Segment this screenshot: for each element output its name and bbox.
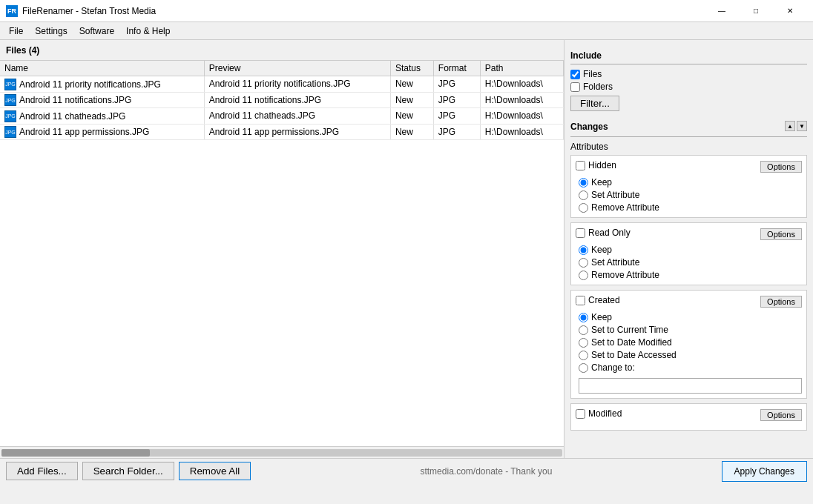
created-date-modified-radio[interactable]: [579, 338, 588, 348]
menu-info-help[interactable]: Info & Help: [120, 23, 176, 39]
cell-path: H:\Downloads\: [480, 92, 563, 108]
menu-file[interactable]: File: [3, 23, 29, 39]
readonly-checkbox[interactable]: [576, 228, 585, 238]
readonly-keep-row: Keep: [579, 245, 802, 255]
created-attribute-block: Created Options Keep Set to Current Time: [570, 290, 807, 399]
cell-status: New: [390, 108, 433, 125]
collapse-up-button[interactable]: ▲: [785, 121, 795, 131]
search-folder-button[interactable]: Search Folder...: [82, 462, 174, 480]
table-row[interactable]: JPG Android 11 chatheads.JPG Android 11 …: [0, 108, 564, 125]
cell-format: JPG: [433, 108, 480, 125]
window-controls: — □ ✕: [705, 0, 807, 22]
hidden-set-row: Set Attribute: [579, 190, 802, 200]
readonly-remove-row: Remove Attribute: [579, 270, 802, 280]
file-icon: JPG: [4, 126, 16, 138]
hidden-remove-radio[interactable]: [579, 203, 588, 213]
hidden-remove-label: Remove Attribute: [591, 202, 659, 213]
folders-checkbox[interactable]: [570, 82, 580, 92]
modified-label: Modified: [588, 408, 622, 419]
readonly-keep-label: Keep: [591, 245, 612, 255]
hidden-set-label: Set Attribute: [591, 190, 639, 200]
table-row[interactable]: JPG Android 11 priority notifications.JP…: [0, 76, 564, 93]
readonly-remove-radio[interactable]: [579, 271, 588, 280]
files-checkbox[interactable]: [570, 70, 580, 79]
menu-software[interactable]: Software: [73, 23, 120, 39]
hidden-set-radio[interactable]: [579, 190, 588, 200]
folders-label: Folders: [583, 82, 613, 92]
col-path: Path: [480, 61, 563, 76]
col-name: Name: [0, 61, 204, 76]
cell-preview: Android 11 notifications.JPG: [204, 92, 390, 108]
created-date-modified-label: Set to Date Modified: [591, 337, 672, 348]
cell-format: JPG: [433, 92, 480, 108]
cell-path: H:\Downloads\: [480, 76, 563, 93]
include-header: Include: [570, 50, 807, 61]
cell-format: JPG: [433, 124, 480, 140]
col-status: Status: [390, 61, 433, 76]
cell-preview: Android 11 priority notifications.JPG: [204, 76, 390, 93]
title-bar: FR FileRenamer - Stefan Trost Media — □ …: [0, 0, 813, 22]
collapse-controls: ▲ ▼: [785, 121, 807, 131]
created-current-radio[interactable]: [579, 325, 588, 335]
created-checkbox[interactable]: [576, 296, 585, 305]
table-row[interactable]: JPG Android 11 app permissions.JPG Andro…: [0, 124, 564, 140]
created-date-input[interactable]: 6/16/2020 4:50:17: [579, 378, 802, 394]
created-checkbox-row: Created: [576, 295, 620, 305]
filter-button[interactable]: Filter...: [570, 96, 619, 111]
horizontal-scrollbar[interactable]: [0, 446, 564, 458]
created-options-button[interactable]: Options: [760, 296, 802, 308]
hidden-keep-row: Keep: [579, 177, 802, 188]
hidden-remove-row: Remove Attribute: [579, 202, 802, 213]
table-row[interactable]: JPG Android 11 notifications.JPG Android…: [0, 92, 564, 108]
apply-changes-button[interactable]: Apply Changes: [722, 461, 807, 482]
cell-path: H:\Downloads\: [480, 124, 563, 140]
right-panel-content[interactable]: Include Files Folders Filter... Changes: [565, 40, 813, 458]
remove-all-button[interactable]: Remove All: [179, 462, 251, 480]
add-files-button[interactable]: Add Files...: [6, 462, 78, 480]
created-date-accessed-radio[interactable]: [579, 351, 588, 360]
files-count-label: Files (4): [6, 45, 39, 56]
status-right: Apply Changes: [722, 461, 807, 482]
files-label: Files: [583, 69, 602, 79]
maximize-button[interactable]: □: [739, 0, 773, 22]
readonly-set-label: Set Attribute: [591, 257, 639, 268]
readonly-label: Read Only: [588, 228, 631, 238]
created-header-row: Created Options: [576, 295, 802, 308]
close-button[interactable]: ✕: [773, 0, 807, 22]
modified-checkbox[interactable]: [576, 409, 585, 419]
created-change-to-radio[interactable]: [579, 363, 588, 373]
cell-path: H:\Downloads\: [480, 108, 563, 125]
readonly-set-row: Set Attribute: [579, 257, 802, 268]
created-label: Created: [588, 295, 620, 305]
readonly-attribute-block: Read Only Options Keep Set Attribute: [570, 222, 807, 285]
files-panel: Files (4) Name Preview Status Format Pat…: [0, 40, 565, 458]
readonly-set-radio[interactable]: [579, 258, 588, 268]
created-date-accessed-label: Set to Date Accessed: [591, 350, 677, 360]
modified-options-button[interactable]: Options: [760, 409, 802, 421]
hidden-checkbox[interactable]: [576, 161, 585, 170]
collapse-down-button[interactable]: ▼: [797, 121, 807, 131]
files-checkbox-row: Files: [570, 69, 807, 79]
readonly-remove-label: Remove Attribute: [591, 270, 659, 280]
minimize-button[interactable]: —: [705, 0, 739, 22]
created-keep-radio[interactable]: [579, 313, 588, 322]
readonly-radio-group: Keep Set Attribute Remove Attribute: [576, 245, 802, 280]
app-icon: FR: [6, 5, 18, 17]
include-section: Include Files Folders Filter...: [570, 50, 807, 111]
hidden-keep-radio[interactable]: [579, 178, 588, 188]
changes-header: Changes: [570, 122, 608, 132]
readonly-keep-radio[interactable]: [579, 245, 588, 255]
files-panel-header: Files (4): [0, 40, 564, 61]
created-keep-label: Keep: [591, 312, 612, 322]
modified-attribute-block: Modified Options: [570, 403, 807, 431]
cell-name: JPG Android 11 app permissions.JPG: [0, 124, 204, 140]
readonly-options-button[interactable]: Options: [760, 228, 802, 240]
hidden-options-button[interactable]: Options: [760, 161, 802, 173]
cell-name: JPG Android 11 priority notifications.JP…: [0, 76, 204, 93]
changes-header-row: Changes ▲ ▼: [570, 117, 807, 135]
file-table[interactable]: Name Preview Status Format Path JPG Andr…: [0, 61, 564, 446]
created-current-label: Set to Current Time: [591, 325, 668, 335]
menu-settings[interactable]: Settings: [29, 23, 73, 39]
cell-status: New: [390, 124, 433, 140]
hidden-keep-label: Keep: [591, 177, 612, 188]
